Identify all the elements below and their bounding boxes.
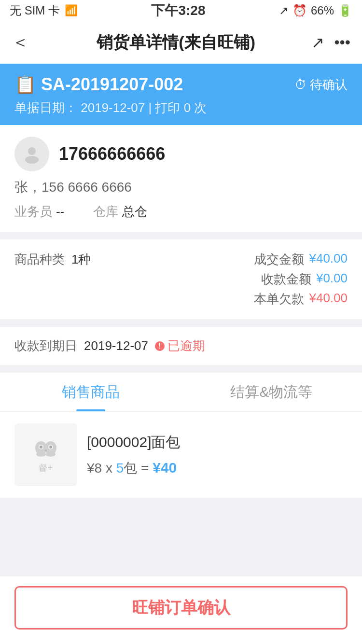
product-list: 督+ [0000002]面包 ¥8 x 5包 = ¥40 [0,412,362,498]
received-value: ¥0.00 [316,271,348,288]
confirm-button[interactable]: 旺铺订单确认 [14,586,348,630]
received-label: 收款金额 [261,271,311,288]
summary-card: 商品种类 1种 成交金额 ¥40.00 收款金额 ¥0.00 本单欠款 ¥40.… [0,239,362,319]
product-total: ¥40 [153,460,177,476]
overdue-badge: ! 已逾期 [155,337,205,354]
order-status: ⏱ 待确认 [294,76,348,93]
avatar [14,137,49,171]
product-qty: 5 [116,461,124,476]
order-date: 单据日期： 2019-12-07 | 打印 0 次 [14,99,348,116]
alarm-icon: ⏰ [292,4,307,17]
product-name: [0000002]面包 [87,433,348,452]
customer-card: 17666666666 张，156 6666 6666 业务员 -- 仓库 总仓 [0,125,362,232]
transaction-label: 成交金额 [254,251,304,268]
battery-text: 66% [311,4,334,17]
svg-point-6 [40,446,42,448]
owed-label: 本单欠款 [254,291,304,308]
back-button[interactable]: ＜ [12,30,41,54]
tab-sales-products[interactable]: 销售商品 [0,373,181,411]
owed-value: ¥40.00 [309,291,348,308]
customer-name: 张，156 6666 6666 [14,178,348,196]
warehouse-value: 总仓 [122,203,147,220]
order-id: 📋 SA-20191207-002 [14,74,183,95]
sales-value: -- [56,204,64,219]
customer-phone: 17666666666 [59,144,165,164]
status-right: ↗ ⏰ 66% 🔋 [279,4,352,17]
share-icon[interactable]: ↗︎ [311,33,324,52]
tabs-bar: 销售商品 结算&物流等 [0,373,362,412]
battery-icon: 🔋 [338,4,352,17]
overdue-text: 已逾期 [167,337,205,354]
warehouse-label: 仓库 [93,203,118,220]
svg-point-0 [28,147,36,155]
sales-label: 业务员 [14,203,52,220]
svg-point-10 [46,452,56,457]
status-carrier: 无 SIM 卡 📶 [10,3,78,18]
customer-meta: 业务员 -- 仓库 总仓 [14,203,348,220]
page-title: 销货单详情(来自旺铺) [97,31,255,54]
svg-point-1 [25,156,39,164]
wifi-icon: 📶 [65,4,78,17]
svg-point-7 [49,446,52,448]
due-date-label: 收款到期日 [14,337,77,354]
product-type-label: 商品种类 [14,251,65,268]
product-price: ¥8 x 5包 = ¥40 [87,459,348,477]
due-date-value: 2019-12-07 [84,338,148,353]
bottom-bar: 旺铺订单确认 [0,576,362,644]
brand-plus-label: 督+ [39,462,54,474]
product-thumbnail: 督+ [14,423,77,486]
due-date-card: 收款到期日 2019-12-07 ! 已逾期 [0,327,362,365]
svg-point-9 [36,452,46,457]
status-clock-icon: ⏱ [294,77,307,92]
tab-underline [76,409,105,411]
carrier-text: 无 SIM 卡 [10,3,60,18]
order-header: 📋 SA-20191207-002 ⏱ 待确认 单据日期： 2019-12-07… [0,64,362,125]
order-icon: 📋 [14,74,36,95]
status-bar: 无 SIM 卡 📶 下午3:28 ↗ ⏰ 66% 🔋 [0,0,362,21]
more-icon[interactable]: ••• [334,33,350,51]
table-row: 督+ [0000002]面包 ¥8 x 5包 = ¥40 [0,412,362,498]
tab-settlement[interactable]: 结算&物流等 [181,373,362,411]
product-info: [0000002]面包 ¥8 x 5包 = ¥40 [87,433,348,477]
location-icon: ↗ [279,4,289,17]
nav-bar: ＜ 销货单详情(来自旺铺) ↗︎ ••• [0,21,362,64]
status-time: 下午3:28 [151,1,205,20]
transaction-value: ¥40.00 [309,251,348,268]
product-type-value: 1种 [71,251,91,268]
nav-actions: ↗︎ ••• [311,33,350,52]
overdue-icon: ! [155,341,165,351]
